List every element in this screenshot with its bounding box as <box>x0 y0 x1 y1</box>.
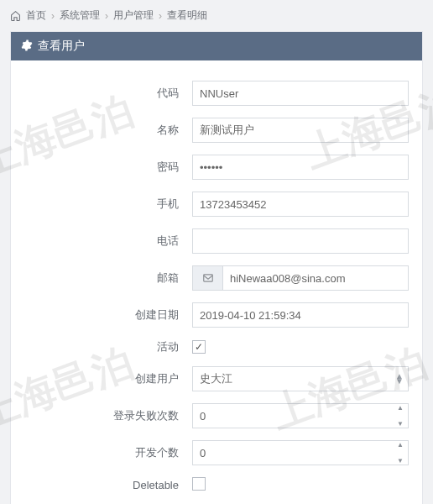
label-login-fails: 登录失败次数 <box>24 408 192 423</box>
breadcrumb-sep: › <box>51 10 55 22</box>
label-active: 活动 <box>24 339 192 354</box>
label-name: 名称 <box>24 123 192 138</box>
label-deletable: Deletable <box>24 479 192 491</box>
row-phone: 电话 <box>24 228 409 254</box>
breadcrumb: 首页 › 系统管理 › 用户管理 › 查看明细 <box>0 0 433 31</box>
breadcrumb-sep: › <box>159 10 162 22</box>
breadcrumb-system[interactable]: 系统管理 <box>60 8 100 23</box>
breadcrumb-home[interactable]: 首页 <box>26 8 46 23</box>
label-mobile: 手机 <box>24 197 192 212</box>
stepper-buttons[interactable]: ▲▼ <box>397 442 404 464</box>
breadcrumb-sep: › <box>105 10 108 22</box>
panel-body: 代码 名称 密码 手机 电话 邮箱 <box>11 60 422 504</box>
deletable-checkbox[interactable] <box>192 477 206 491</box>
row-active: 活动 ✓ <box>24 339 409 354</box>
svg-rect-0 <box>203 275 212 281</box>
login-fails-stepper[interactable] <box>192 403 409 428</box>
gear-icon <box>21 39 33 54</box>
home-icon <box>10 10 21 21</box>
label-email: 邮箱 <box>24 270 192 286</box>
label-created: 创建日期 <box>24 307 192 323</box>
mobile-input[interactable] <box>192 192 409 217</box>
stepper-buttons[interactable]: ▲▼ <box>397 405 404 427</box>
phone-input[interactable] <box>192 228 409 254</box>
name-input[interactable] <box>192 118 409 143</box>
panel-header: 查看用户 <box>11 32 422 60</box>
row-created: 创建日期 <box>24 302 409 328</box>
label-code: 代码 <box>24 86 192 101</box>
row-login-fails: 登录失败次数 ▲▼ <box>24 403 409 428</box>
row-name: 名称 <box>24 118 409 143</box>
view-user-panel: 查看用户 代码 名称 密码 手机 电话 邮箱 <box>10 31 423 504</box>
label-password: 密码 <box>24 160 192 175</box>
row-creator: 创建用户 ▲▼ <box>24 366 409 391</box>
envelope-icon <box>192 265 222 291</box>
creator-select[interactable] <box>192 366 409 391</box>
email-input[interactable] <box>222 265 409 291</box>
dev-count-stepper[interactable] <box>192 440 409 465</box>
breadcrumb-user-mgmt[interactable]: 用户管理 <box>113 8 154 23</box>
row-mobile: 手机 <box>24 192 409 217</box>
row-password: 密码 <box>24 155 409 180</box>
row-code: 代码 <box>24 81 409 106</box>
row-email: 邮箱 <box>24 265 409 291</box>
breadcrumb-detail: 查看明细 <box>167 8 207 23</box>
label-phone: 电话 <box>24 234 192 249</box>
active-checkbox[interactable]: ✓ <box>192 340 206 354</box>
label-dev-count: 开发个数 <box>24 445 192 460</box>
password-input[interactable] <box>192 155 409 180</box>
row-dev-count: 开发个数 ▲▼ <box>24 440 409 465</box>
row-deletable: Deletable <box>24 477 409 493</box>
created-input[interactable] <box>192 302 409 328</box>
panel-title: 查看用户 <box>38 39 85 54</box>
label-creator: 创建用户 <box>24 371 192 386</box>
code-input[interactable] <box>192 81 409 106</box>
